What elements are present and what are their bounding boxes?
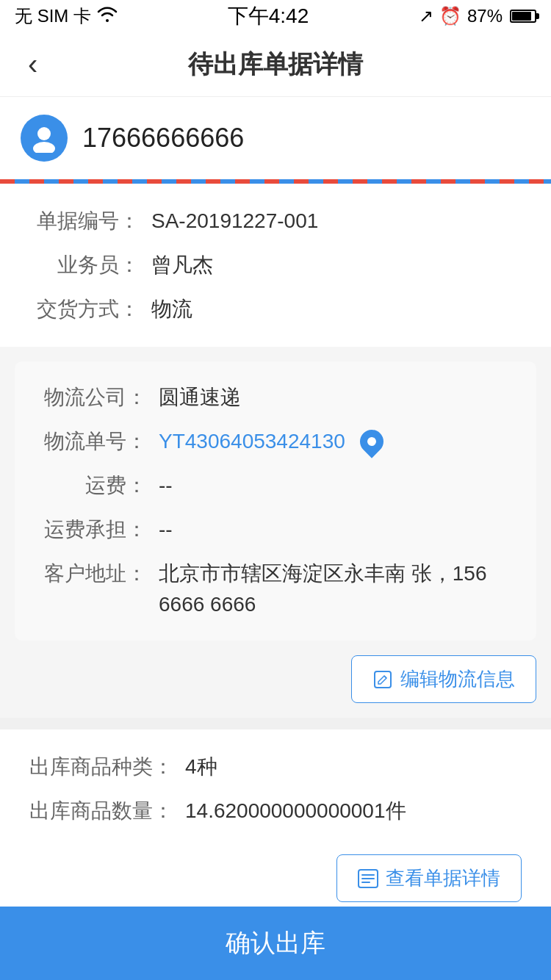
user-icon [29,123,59,153]
status-left: 无 SIM 卡 [15,4,118,28]
basic-info-section: 单据编号： SA-20191227-001 业务员： 曾凡杰 交货方式： 物流 [0,184,551,347]
goods-type-value: 4种 [185,752,522,782]
logistics-card: 物流公司： 圆通速递 物流单号： YT43064053424130 运费： --… [15,361,536,641]
status-time: 下午4:42 [228,2,309,30]
goods-quantity-label: 出库商品数量： [29,796,173,826]
confirm-button[interactable]: 确认出库 [0,907,551,980]
view-detail-area: 查看单据详情 [29,840,522,902]
tracking-number: YT43064053424130 [159,426,345,457]
freight-label: 运费： [37,470,147,501]
alarm-icon: ⏰ [439,6,461,26]
tracking-value: YT43064053424130 [159,426,514,457]
salesman-row: 业务员： 曾凡杰 [29,250,522,281]
tracking-label: 物流单号： [37,426,147,457]
freight-row: 运费： -- [37,470,514,501]
view-detail-label: 查看单据详情 [386,865,500,891]
customer-phone: 17666666666 [82,123,244,154]
edit-logistics-label: 编辑物流信息 [400,666,515,692]
address-value: 北京市市辖区海淀区永丰南 张，156 6666 6666 [159,558,514,620]
address-row: 客户地址： 北京市市辖区海淀区永丰南 张，156 6666 6666 [37,558,514,620]
confirm-area: 确认出库 [0,907,551,980]
status-bar: 无 SIM 卡 下午4:42 ↗ ⏰ 87% [0,0,551,32]
battery-icon [510,10,536,23]
goods-section: 出库商品种类： 4种 出库商品数量： 14.620000000000001件 查… [0,729,551,924]
section-divider [0,718,551,729]
freight-value: -- [159,470,514,501]
delivery-type-label: 交货方式： [29,294,140,325]
goods-quantity-row: 出库商品数量： 14.620000000000001件 [29,796,522,826]
doc-number-label: 单据编号： [29,206,140,237]
main-content: 17666666666 单据编号： SA-20191227-001 业务员： 曾… [0,97,551,980]
carrier-label: 无 SIM 卡 [15,4,91,28]
back-button[interactable]: ‹ [21,40,45,88]
location-icon: ↗ [419,6,433,26]
salesman-value: 曾凡杰 [151,250,522,281]
goods-type-row: 出库商品种类： 4种 [29,752,522,782]
status-right: ↗ ⏰ 87% [419,6,536,26]
svg-rect-2 [375,671,391,688]
goods-quantity-value: 14.620000000000001件 [185,796,522,826]
doc-number-value: SA-20191227-001 [151,206,522,237]
view-detail-icon [358,868,378,889]
location-pin-icon[interactable] [355,425,388,458]
logistics-company-value: 圆通速递 [159,382,514,413]
goods-type-label: 出库商品种类： [29,752,173,782]
wifi-icon [97,6,118,26]
salesman-label: 业务员： [29,250,140,281]
doc-number-row: 单据编号： SA-20191227-001 [29,206,522,237]
avatar [21,115,68,162]
battery-percent: 87% [467,6,503,26]
freight-bear-label: 运费承担： [37,514,147,545]
svg-point-1 [33,142,55,153]
page-title: 待出库单据详情 [188,48,363,82]
svg-point-0 [37,127,51,140]
delivery-type-row: 交货方式： 物流 [29,294,522,325]
edit-icon [372,669,393,690]
edit-logistics-area: 编辑物流信息 [0,655,551,718]
edit-logistics-button[interactable]: 编辑物流信息 [351,655,536,703]
freight-bear-row: 运费承担： -- [37,514,514,545]
view-detail-button[interactable]: 查看单据详情 [336,854,522,902]
nav-bar: ‹ 待出库单据详情 [0,32,551,97]
address-label: 客户地址： [37,558,147,589]
customer-header: 17666666666 [0,97,551,179]
logistics-company-row: 物流公司： 圆通速递 [37,382,514,413]
delivery-type-value: 物流 [151,294,522,325]
logistics-company-label: 物流公司： [37,382,147,413]
freight-bear-value: -- [159,514,514,545]
tracking-row: 物流单号： YT43064053424130 [37,426,514,457]
